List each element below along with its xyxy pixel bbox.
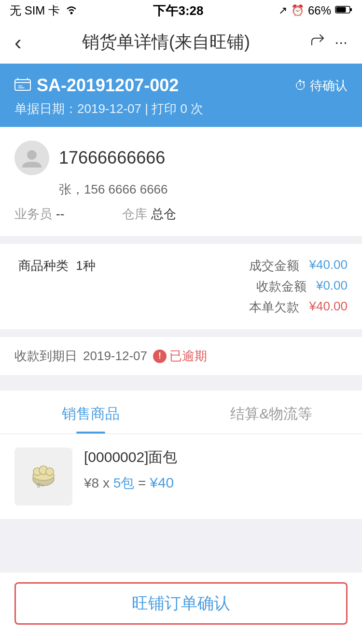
battery-text: 66% (308, 4, 331, 17)
tabs-container: 销售商品 结算&物流等 (0, 391, 362, 434)
svg-rect-4 (15, 80, 30, 90)
nav-left: ‹ (14, 30, 22, 55)
svg-point-10 (46, 468, 54, 476)
product-thumbnail: 管+ (14, 448, 72, 505)
product-name: [0000002]面包 (84, 448, 348, 467)
overdue-text: 已逾期 (169, 348, 207, 364)
tab-settlement-logistics[interactable]: 结算&物流等 (181, 391, 362, 434)
overdue-badge: ! 已逾期 (153, 348, 207, 364)
product-price-row: ¥8 x 5包 = ¥40 (84, 474, 348, 492)
alarm-icon: ⏰ (291, 4, 304, 17)
due-card: 收款到期日 2019-12-07 ! 已逾期 (0, 337, 362, 375)
divider (0, 383, 362, 391)
due-date-label: 收款到期日 (14, 348, 77, 364)
confirm-order-button[interactable]: 旺铺订单确认 (14, 582, 348, 625)
product-equals: = (138, 476, 146, 490)
order-id: SA-20191207-002 (14, 75, 179, 96)
back-button[interactable]: ‹ (14, 30, 22, 55)
product-price: ¥8 (84, 476, 99, 490)
confirm-button-label: 旺铺订单确认 (132, 592, 230, 615)
order-date: 单据日期：2019-12-07 | 打印 0 次 (14, 100, 348, 117)
product-total: ¥40 (150, 475, 174, 490)
status-time: 下午3:28 (153, 2, 203, 19)
product-multiplier: x (103, 476, 110, 490)
summary-card: 商品种类 1种 成交金额 ¥40.00 收款金额 ¥0.00 本单欠款 ¥40.… (0, 244, 362, 329)
product-item: 管+ [0000002]面包 ¥8 x 5包 = ¥40 (0, 434, 362, 519)
salesperson-label: 业务员 (14, 206, 52, 223)
carrier-text: 无 SIM 卡 (10, 3, 60, 18)
svg-point-5 (27, 150, 37, 160)
share-icon[interactable] (310, 33, 325, 51)
svg-point-0 (70, 12, 73, 14)
product-section: 管+ [0000002]面包 ¥8 x 5包 = ¥40 (0, 434, 362, 519)
deal-amount-label: 成交金额 (249, 257, 299, 274)
received-value: ¥0.00 (316, 278, 348, 295)
wifi-icon (65, 4, 78, 17)
nav-bar: ‹ 销货单详情(来自旺铺) ··· (0, 21, 362, 64)
product-type-value: 1种 (76, 258, 95, 273)
battery-icon (335, 4, 352, 17)
more-icon[interactable]: ··· (334, 33, 348, 51)
svg-rect-3 (336, 7, 346, 13)
clock-icon: ⏱ (294, 78, 307, 93)
order-header: SA-20191207-002 ⏱ 待确认 单据日期：2019-12-07 | … (0, 64, 362, 127)
product-info: [0000002]面包 ¥8 x 5包 = ¥40 (84, 448, 348, 492)
page-title: 销货单详情(来自旺铺) (82, 30, 250, 54)
product-type-label: 商品种类 (18, 258, 69, 273)
warehouse-label: 仓库 (122, 206, 147, 223)
due-date-value: 2019-12-07 (83, 349, 147, 364)
due-value: ¥40.00 (309, 299, 348, 316)
customer-card: 17666666666 张，156 6666 6666 业务员 -- 仓库 总仓 (0, 127, 362, 236)
svg-rect-2 (350, 8, 352, 11)
status-bar: 无 SIM 卡 下午3:28 ↗ ⏰ 66% (0, 0, 362, 21)
location-icon: ↗ (278, 4, 287, 17)
customer-meta: 业务员 -- 仓库 总仓 (14, 206, 348, 223)
order-icon (14, 75, 31, 96)
bottom-bar: 旺铺订单确认 (0, 573, 362, 644)
nav-right: ··· (310, 33, 348, 51)
deal-amount-value: ¥40.00 (309, 257, 348, 274)
overdue-icon: ! (153, 350, 167, 363)
tab-sales-products[interactable]: 销售商品 (0, 391, 181, 434)
warehouse-value: 总仓 (151, 206, 176, 223)
due-label: 本单欠款 (249, 299, 299, 316)
customer-phone: 17666666666 (59, 148, 165, 168)
salesperson-value: -- (56, 207, 64, 222)
status-left: 无 SIM 卡 (10, 3, 78, 18)
order-status: ⏱ 待确认 (294, 77, 348, 94)
avatar (14, 140, 49, 175)
customer-name: 张，156 6666 6666 (59, 181, 348, 198)
received-label: 收款金额 (256, 278, 306, 295)
product-quantity: 5包 (113, 476, 135, 490)
svg-text:管+: 管+ (36, 483, 44, 488)
status-right: ↗ ⏰ 66% (278, 4, 352, 17)
